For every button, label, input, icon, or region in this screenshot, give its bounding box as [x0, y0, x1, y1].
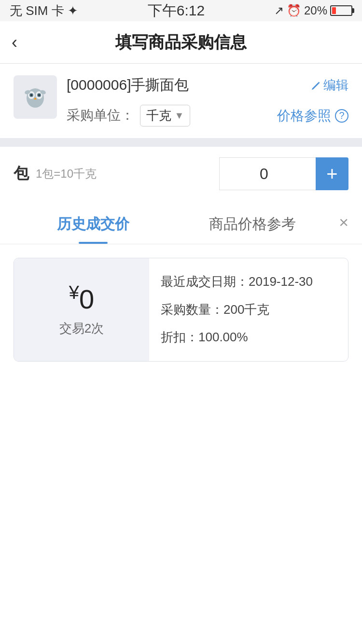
quantity-input-area: +: [219, 157, 348, 190]
price-ref-help-icon: ?: [335, 109, 348, 123]
tabs-row: 历史成交价 商品价格参考 ×: [0, 201, 362, 244]
product-section: [0000006]手撕面包 编辑 采购单位： 千克 ▼: [0, 64, 362, 138]
quantity-section: 包 1包=10千克 +: [0, 147, 362, 201]
bottom-panel: 历史成交价 商品价格参考 × ¥0 交易2次 最近成交日期：2019-12-30…: [0, 201, 362, 375]
quantity-input[interactable]: [219, 157, 316, 190]
price-ref-button[interactable]: 价格参照 ?: [277, 107, 348, 125]
nav-bar: ‹ 填写商品采购信息: [0, 21, 362, 64]
owl-logo-icon: [21, 83, 50, 112]
location-icon: ↗: [274, 4, 284, 17]
svg-point-6: [38, 94, 40, 96]
product-name: [0000006]手撕面包: [67, 75, 189, 95]
status-time: 下午6:12: [148, 1, 205, 21]
dropdown-arrow-icon: ▼: [174, 110, 184, 121]
quantity-plus-button[interactable]: +: [316, 157, 348, 190]
transaction-count: 交易2次: [59, 320, 104, 337]
battery-icon: [330, 5, 352, 16]
status-right: ↗ ⏰ 20%: [274, 4, 352, 17]
sim-status: 无 SIM 卡 ✦: [10, 2, 78, 19]
alarm-icon: ⏰: [287, 4, 301, 17]
product-info: [0000006]手撕面包 编辑 采购单位： 千克 ▼: [67, 75, 348, 126]
history-price-card: ¥0 交易2次 最近成交日期：2019-12-30 采购数量：200千克 折扣：…: [14, 258, 348, 362]
status-bar: 无 SIM 卡 ✦ 下午6:12 ↗ ⏰ 20%: [0, 0, 362, 21]
unit-dropdown[interactable]: 千克 ▼: [140, 105, 190, 126]
status-left: 无 SIM 卡 ✦: [10, 2, 78, 19]
recent-date-label: 最近成交日期：: [161, 274, 249, 289]
section-divider: [0, 138, 362, 147]
card-right: 最近成交日期：2019-12-30 采购数量：200千克 折扣：100.00%: [149, 258, 348, 361]
history-price: ¥0: [69, 282, 94, 315]
battery-percent: 20%: [304, 4, 327, 17]
recent-date-row: 最近成交日期：2019-12-30: [161, 272, 336, 292]
card-left: ¥0 交易2次: [14, 258, 149, 361]
purchase-unit-label: 采购单位：: [67, 108, 134, 123]
purchase-unit-label-area: 采购单位： 千克 ▼: [67, 105, 190, 126]
purchase-qty-value: 200千克: [223, 302, 269, 317]
tab-product-price-ref[interactable]: 商品价格参考: [173, 201, 332, 244]
tab-history-price[interactable]: 历史成交价: [14, 201, 173, 244]
svg-point-5: [30, 94, 32, 96]
discount-row: 折扣：100.00%: [161, 327, 336, 348]
edit-button[interactable]: 编辑: [311, 77, 348, 94]
purchase-qty-label: 采购数量：: [161, 302, 223, 317]
purchase-qty-row: 采购数量：200千克: [161, 300, 336, 320]
quantity-label-area: 包 1包=10千克: [14, 163, 97, 184]
quantity-ratio: 1包=10千克: [36, 166, 97, 182]
edit-icon: [311, 80, 321, 91]
empty-area: [0, 375, 362, 644]
discount-value: 100.00%: [198, 330, 248, 344]
back-button[interactable]: ‹: [12, 32, 17, 53]
product-image: [14, 75, 57, 119]
quantity-unit: 包: [14, 163, 29, 184]
discount-label: 折扣：: [161, 330, 198, 344]
recent-date-value: 2019-12-30: [249, 274, 313, 289]
close-tab-button[interactable]: ×: [332, 208, 355, 237]
unit-value: 千克: [146, 107, 171, 124]
card-area: ¥0 交易2次 最近成交日期：2019-12-30 采购数量：200千克 折扣：…: [0, 244, 362, 375]
page-title: 填写商品采购信息: [115, 31, 247, 54]
yen-symbol: ¥: [69, 282, 79, 303]
price-value: 0: [79, 283, 94, 314]
